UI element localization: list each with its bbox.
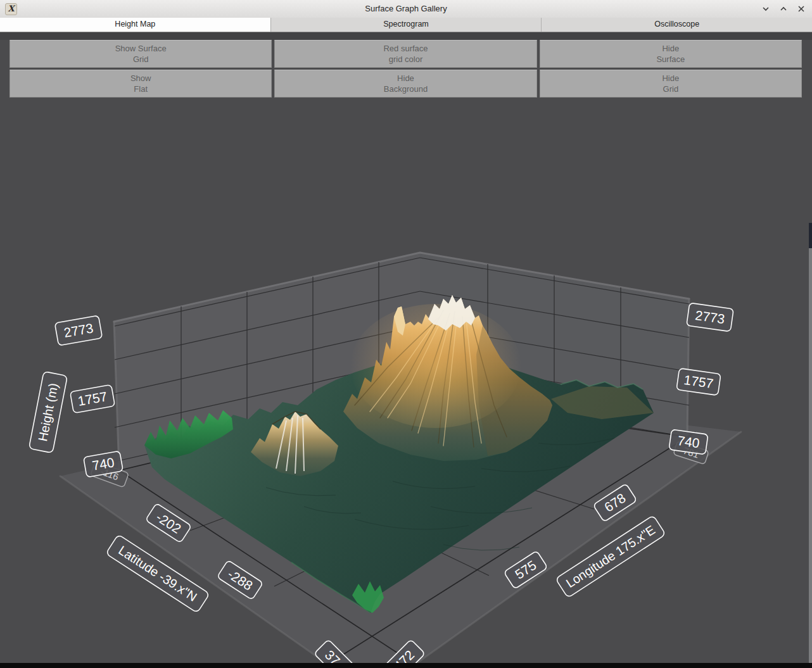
button-label-line1: Show Surface bbox=[115, 43, 167, 54]
button-label-line2: grid color bbox=[389, 54, 422, 65]
window-titlebar: X Surface Graph Gallery bbox=[0, 0, 812, 18]
chevron-up-icon bbox=[778, 4, 789, 14]
button-label-line2: Grid bbox=[133, 54, 149, 65]
window-maximize-button[interactable] bbox=[777, 2, 790, 16]
button-label-line2: Grid bbox=[663, 84, 679, 94]
right-edge-strip-dark bbox=[809, 223, 812, 248]
bottom-screen-strip bbox=[0, 663, 812, 668]
height-tick-740-right: 740 bbox=[669, 429, 708, 455]
toggle-surface-button[interactable]: Hide Surface bbox=[540, 40, 802, 68]
button-label-line1: Hide bbox=[397, 73, 414, 84]
window-title: Surface Graph Gallery bbox=[0, 0, 812, 18]
toggle-grid-button[interactable]: Hide Grid bbox=[540, 70, 802, 98]
toggle-flat-button[interactable]: Show Flat bbox=[10, 70, 272, 98]
button-label-line1: Show bbox=[130, 73, 151, 84]
button-label-line1: Hide bbox=[662, 73, 679, 84]
right-edge-strip bbox=[809, 223, 812, 663]
window-close-button[interactable] bbox=[794, 2, 808, 16]
button-label-line1: Hide bbox=[662, 43, 679, 54]
button-label-line2: Background bbox=[384, 84, 428, 94]
height-axis-title: Height (m) bbox=[29, 372, 68, 453]
tab-oscilloscope[interactable]: Oscilloscope bbox=[542, 18, 812, 32]
svg-text:740: 740 bbox=[676, 433, 701, 451]
button-label-line2: Flat bbox=[134, 84, 148, 94]
toolbar: Show Surface Grid Red surface grid color… bbox=[10, 40, 802, 98]
close-icon bbox=[796, 4, 806, 14]
tab-height-map[interactable]: Height Map bbox=[0, 18, 271, 32]
window-minimize-button[interactable] bbox=[759, 2, 773, 16]
button-label-line1: Red surface bbox=[383, 43, 428, 54]
height-tick-1757-left: 1757 bbox=[70, 385, 115, 413]
tab-spectrogram[interactable]: Spectrogram bbox=[271, 18, 542, 32]
toolbar-background-band bbox=[0, 32, 812, 40]
toggle-surface-grid-button[interactable]: Show Surface Grid bbox=[10, 40, 272, 68]
button-label-line2: Surface bbox=[656, 54, 685, 65]
height-tick-2773-right: 2773 bbox=[687, 303, 733, 331]
chevron-down-icon bbox=[761, 4, 771, 14]
tab-bar: Height Map Spectrogram Oscilloscope bbox=[0, 18, 812, 32]
surface-3d-view[interactable]: -116 781 2773 1757 740 2773 1757 740 -20… bbox=[0, 0, 812, 668]
height-tick-2773-left: 2773 bbox=[54, 315, 102, 346]
surface-grid-color-button[interactable]: Red surface grid color bbox=[274, 40, 536, 68]
toggle-background-button[interactable]: Hide Background bbox=[274, 70, 536, 98]
